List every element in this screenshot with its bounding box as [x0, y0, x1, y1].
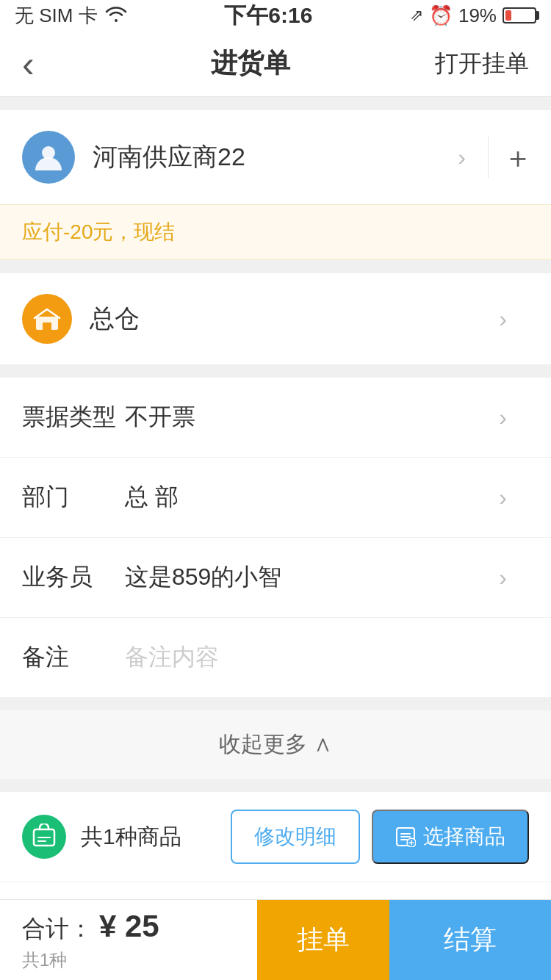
department-chevron-icon: ›	[499, 484, 507, 511]
status-bar: 无 SIM 卡 下午6:16 ⇗ ⏰ 19%	[0, 0, 551, 31]
select-product-button[interactable]: 选择商品	[372, 810, 529, 864]
carrier-label: 无 SIM 卡	[15, 3, 98, 29]
invoice-label: 票据类型	[22, 401, 125, 433]
checkout-button[interactable]: 结算	[389, 900, 551, 981]
status-left: 无 SIM 卡	[15, 3, 127, 29]
nav-bar: ‹ 进货单 打开挂单	[0, 31, 551, 97]
bottom-bar: 合计： ¥ 25 共1种 挂单 结算	[0, 899, 551, 980]
remark-label: 备注	[22, 641, 125, 674]
department-label: 部门	[22, 481, 125, 514]
supplier-row[interactable]: 河南供应商22 › ＋	[0, 110, 551, 204]
remark-input[interactable]: 备注内容	[125, 641, 529, 674]
wifi-icon	[105, 4, 127, 27]
supplier-alert: 应付-20元，现结	[0, 204, 551, 260]
total-count: 共1种	[22, 948, 235, 972]
total-section: 合计： ¥ 25 共1种	[0, 909, 257, 972]
remark-row[interactable]: 备注 备注内容	[0, 618, 551, 697]
salesperson-row[interactable]: 业务员 这是859的小智 ›	[0, 538, 551, 618]
add-supplier-button[interactable]: ＋	[488, 137, 529, 178]
hang-button[interactable]: 挂单	[257, 900, 389, 981]
main-content: 河南供应商22 › ＋ 应付-20元，现结 总仓 › 票据类型 不开票 ›	[0, 110, 551, 980]
product-count-icon	[22, 815, 66, 859]
warehouse-section: 总仓 ›	[0, 273, 551, 364]
open-hang-button[interactable]: 打开挂单	[435, 48, 529, 80]
status-right: ⇗ ⏰ 19%	[410, 4, 536, 27]
department-row[interactable]: 部门 总 部 ›	[0, 458, 551, 538]
supplier-section: 河南供应商22 › ＋ 应付-20元，现结	[0, 110, 551, 260]
total-label: 合计：	[22, 915, 93, 942]
invoice-value: 不开票	[125, 401, 499, 433]
supplier-avatar	[22, 131, 75, 184]
department-value: 总 部	[125, 481, 499, 514]
battery-icon	[503, 7, 536, 24]
invoice-chevron-icon: ›	[499, 404, 507, 431]
battery-percentage: 19%	[458, 4, 497, 27]
location-icon: ⇗	[410, 6, 423, 25]
warehouse-icon	[22, 294, 72, 344]
salesperson-label: 业务员	[22, 561, 125, 594]
svg-rect-2	[43, 323, 51, 330]
back-button[interactable]: ‹	[22, 43, 66, 85]
invoice-type-row[interactable]: 票据类型 不开票 ›	[0, 378, 551, 458]
product-header: 共1种商品 修改明细 选择商品	[0, 792, 551, 882]
warehouse-chevron-icon: ›	[499, 306, 507, 333]
warehouse-name: 总仓	[90, 302, 499, 336]
edit-detail-button[interactable]: 修改明细	[231, 810, 360, 864]
salesperson-chevron-icon: ›	[499, 564, 507, 591]
product-count-text: 共1种商品	[81, 822, 231, 852]
collapse-button[interactable]: 收起更多 ∧	[0, 710, 551, 779]
total-line: 合计： ¥ 25	[22, 909, 235, 945]
total-amount: ¥ 25	[99, 909, 159, 943]
page-title: 进货单	[211, 46, 290, 82]
select-product-label: 选择商品	[423, 823, 505, 851]
warehouse-row[interactable]: 总仓 ›	[0, 273, 551, 364]
status-time: 下午6:16	[224, 1, 312, 31]
supplier-name: 河南供应商22	[93, 140, 458, 174]
form-section: 票据类型 不开票 › 部门 总 部 › 业务员 这是859的小智 › 备注 备注…	[0, 378, 551, 697]
salesperson-value: 这是859的小智	[125, 561, 499, 594]
supplier-chevron-icon: ›	[458, 144, 466, 171]
alarm-icon: ⏰	[429, 4, 453, 27]
